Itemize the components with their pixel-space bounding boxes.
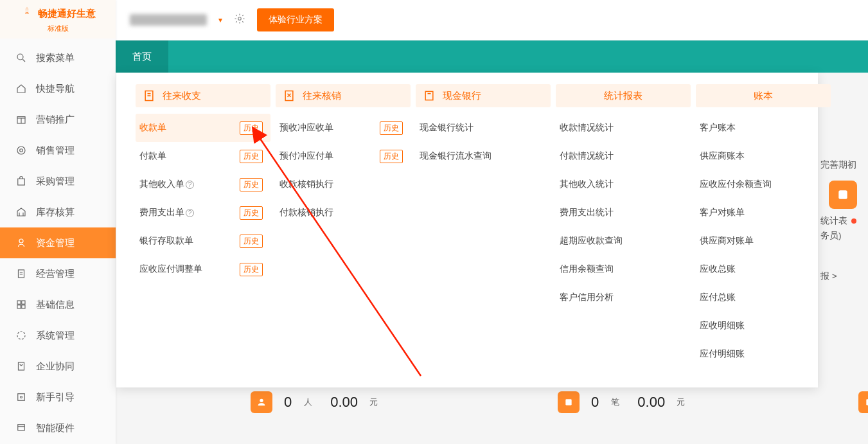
svg-rect-26	[565, 399, 571, 405]
sidebar-item-label: 采购管理	[36, 175, 75, 188]
flyout-item[interactable]: 应付明细账	[696, 340, 831, 368]
sidebar-item-system[interactable]: 系统管理	[0, 320, 116, 351]
sidebar-item-basicinfo[interactable]: 基础信息	[0, 289, 116, 320]
flyout-item[interactable]: 供应商对账单	[696, 227, 831, 255]
grid-icon	[15, 299, 27, 310]
flyout-item-receipt[interactable]: 收款单 历史	[136, 114, 270, 142]
money-icon	[15, 237, 27, 249]
bag-icon	[15, 175, 27, 187]
doc-icon	[15, 360, 27, 372]
svg-point-9	[19, 239, 23, 243]
sidebar-item-newbie[interactable]: 新手引导	[0, 382, 116, 413]
receipt-icon	[142, 89, 156, 103]
sidebar-item-inventory[interactable]: 库存核算	[0, 197, 116, 227]
sidebar-item-hardware[interactable]: 智能硬件	[0, 413, 116, 443]
warehouse-icon	[15, 206, 27, 218]
flyout-col-income: 往来收支 收款单 历史 付款单 历史 其他收入单? 历史 费用支出单? 历史	[136, 84, 270, 368]
sidebar-item-purchase[interactable]: 采购管理	[0, 166, 116, 197]
history-badge[interactable]: 历史	[380, 150, 403, 163]
svg-point-17	[17, 332, 25, 339]
flyout-item[interactable]: 收款情况统计	[556, 114, 691, 142]
help-icon[interactable]: ?	[186, 209, 194, 217]
sidebar-item-label: 智能硬件	[36, 422, 75, 434]
sidebar-item-label: 经营管理	[36, 268, 75, 280]
sidebar-item-label: 快捷导航	[36, 83, 75, 95]
flyout-item[interactable]: 付款情况统计	[556, 142, 691, 170]
logo-edition: 标准版	[48, 24, 69, 33]
sidebar-item-funds[interactable]: 资金管理	[0, 227, 116, 258]
cta-button[interactable]: 体验行业方案	[257, 8, 334, 31]
history-badge[interactable]: 历史	[240, 263, 263, 276]
flyout-item[interactable]: 应付总账	[696, 283, 831, 312]
flyout-item[interactable]: 客户账本	[696, 114, 831, 142]
gear-icon[interactable]	[234, 13, 245, 27]
bank-icon	[422, 89, 436, 103]
flyout-item[interactable]: 预收冲应收单 历史	[276, 114, 411, 142]
flyout-item[interactable]: 费用支出统计	[556, 199, 691, 227]
svg-point-25	[260, 399, 263, 402]
flyout-item[interactable]: 超期应收款查询	[556, 227, 691, 255]
flyout-item[interactable]: 供应商账本	[696, 142, 831, 170]
svg-rect-13	[17, 301, 21, 304]
stat-block-2: 0笔 0.00元	[558, 391, 685, 413]
flyout-item[interactable]: 收款核销执行	[276, 170, 411, 199]
flyout-item-adjust[interactable]: 应收应付调整单 历史	[136, 255, 270, 283]
search-icon	[15, 52, 27, 64]
sidebar-item-quicknav[interactable]: 快捷导航	[0, 73, 116, 104]
svg-point-4	[17, 147, 25, 154]
history-badge[interactable]: 历史	[240, 235, 263, 248]
flyout-item[interactable]: 应收应付余额查询	[696, 170, 831, 199]
sidebar-item-business[interactable]: 经营管理	[0, 258, 116, 289]
sidebar-item-collab[interactable]: 企业协同	[0, 351, 116, 382]
sidebar-item-label: 基础信息	[36, 299, 75, 311]
svg-rect-16	[22, 305, 25, 308]
flyout-item[interactable]: 信用余额查询	[556, 255, 691, 283]
sales-icon	[15, 145, 27, 156]
flyout-item[interactable]: 其他收入统计	[556, 170, 691, 199]
flyout-item[interactable]: 客户信用分析	[556, 283, 691, 312]
flyout-item-expense[interactable]: 费用支出单? 历史	[136, 199, 270, 227]
history-badge[interactable]: 历史	[240, 206, 263, 220]
sidebar-item-search[interactable]: 搜索菜单	[0, 42, 116, 73]
chevron-down-icon[interactable]: ▾	[218, 15, 222, 24]
sidebar-menu: 搜索菜单 快捷导航 营销推广 销售管理 采购管理 库存核算	[0, 39, 116, 443]
flyout-item[interactable]: 现金银行流水查询	[416, 142, 551, 170]
flyout-item-other-income[interactable]: 其他收入单? 历史	[136, 170, 270, 199]
history-badge[interactable]: 历史	[240, 150, 263, 163]
flyout-item[interactable]: 付款核销执行	[276, 199, 411, 227]
flyout-item[interactable]: 现金银行统计	[416, 114, 551, 142]
flyout-heading: 往来收支	[136, 84, 270, 107]
sidebar-item-marketing[interactable]: 营销推广	[0, 104, 116, 135]
sidebar-item-label: 库存核算	[36, 206, 75, 218]
flyout-item[interactable]: 应收明细账	[696, 312, 831, 340]
gift-icon	[15, 114, 27, 125]
flyout-item[interactable]: 应收总账	[696, 255, 831, 283]
svg-rect-6	[18, 179, 25, 185]
flyout-col-ledger: 账本 客户账本 供应商账本 应收应付余额查询 客户对账单 供应商对账单 应收总账…	[696, 84, 831, 368]
history-badge[interactable]: 历史	[380, 121, 403, 135]
flyout-item[interactable]: 客户对账单	[696, 199, 831, 227]
svg-rect-14	[22, 301, 25, 304]
sidebar-item-sales[interactable]: 销售管理	[0, 135, 116, 166]
sidebar-item-label: 营销推广	[36, 114, 75, 126]
svg-rect-21	[18, 425, 25, 431]
stat-block-1: 0人 0.00元	[251, 391, 378, 413]
flyout-heading: 账本	[696, 84, 831, 107]
logo-icon	[20, 6, 34, 22]
logo-text: 畅捷通好生意	[38, 8, 96, 20]
flyout-item-bank-deposit[interactable]: 银行存取款单 历史	[136, 227, 270, 255]
peek-chip-icon	[829, 181, 857, 209]
flyout-item-payment[interactable]: 付款单 历史	[136, 142, 270, 170]
logo-block: 畅捷通好生意 标准版	[0, 0, 116, 39]
history-badge[interactable]: 历史	[240, 178, 263, 191]
help-icon[interactable]: ?	[186, 181, 194, 189]
svg-rect-15	[17, 305, 21, 308]
history-badge[interactable]: 历史	[240, 121, 263, 135]
flyout-item[interactable]: 预付冲应付单 历史	[276, 142, 411, 170]
sidebar-item-label: 销售管理	[36, 145, 75, 157]
flyout-heading: 现金银行	[416, 84, 551, 107]
svg-rect-32	[425, 91, 433, 100]
tab-home[interactable]: 首页	[116, 40, 168, 73]
org-selector[interactable]	[130, 14, 207, 26]
svg-rect-24	[838, 190, 847, 199]
